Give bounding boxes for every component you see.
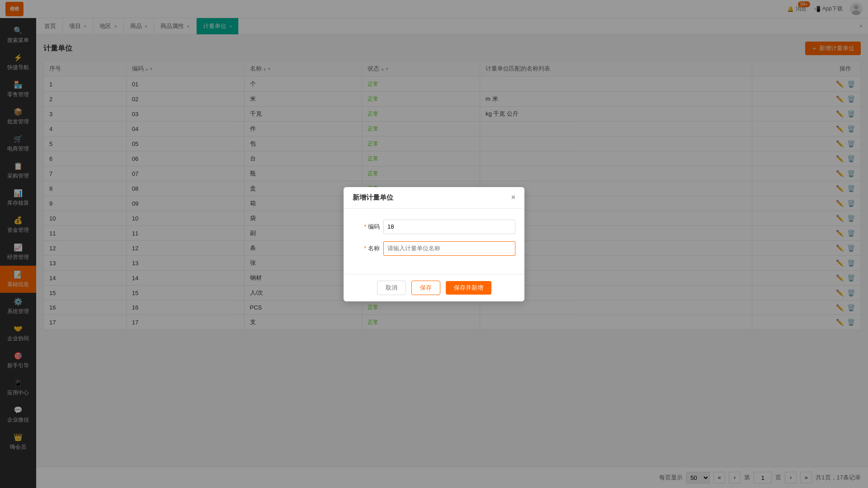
code-label: * 编码 xyxy=(353,223,380,231)
add-unit-modal: 新增计量单位 × * 编码 * 名称 取消 保存 保存并新增 xyxy=(344,187,524,301)
cancel-button[interactable]: 取消 xyxy=(377,281,406,295)
name-input[interactable] xyxy=(383,241,515,256)
modal-close-button[interactable]: × xyxy=(511,193,515,202)
save-button[interactable]: 保存 xyxy=(411,281,440,295)
required-mark: * xyxy=(364,245,366,252)
code-form-row: * 编码 xyxy=(353,220,515,234)
modal-title: 新增计量单位 xyxy=(353,193,393,202)
required-mark: * xyxy=(364,223,366,230)
code-input[interactable] xyxy=(383,220,515,234)
name-form-row: * 名称 xyxy=(353,241,515,256)
modal-overlay: 新增计量单位 × * 编码 * 名称 取消 保存 保存并新增 xyxy=(0,0,868,488)
modal-footer: 取消 保存 保存并新增 xyxy=(344,274,524,301)
save-new-button[interactable]: 保存并新增 xyxy=(446,281,491,295)
modal-header: 新增计量单位 × xyxy=(344,187,524,209)
modal-body: * 编码 * 名称 xyxy=(344,209,524,274)
name-label: * 名称 xyxy=(353,244,380,253)
